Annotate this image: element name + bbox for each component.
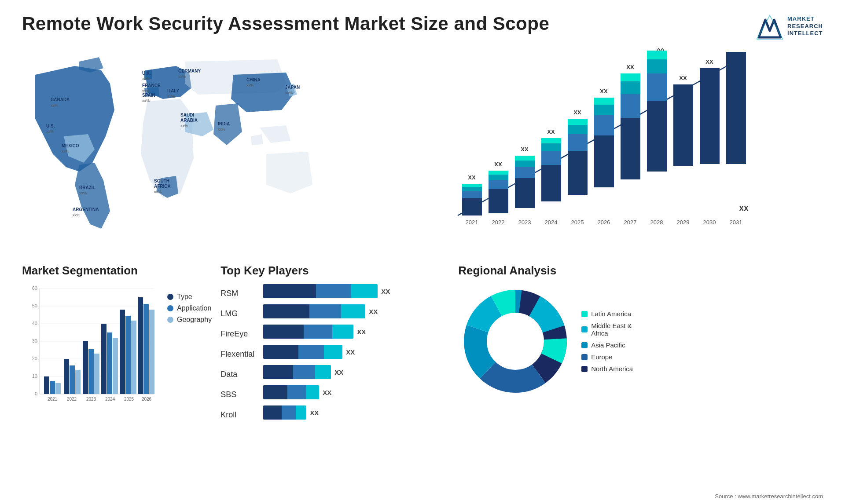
svg-rect-61	[568, 125, 588, 134]
svg-rect-127	[138, 297, 143, 394]
svg-rect-123	[120, 310, 125, 394]
svg-text:XX: XX	[739, 205, 749, 212]
svg-text:2027: 2027	[624, 219, 637, 226]
svg-rect-59	[568, 151, 588, 195]
svg-text:2021: 2021	[48, 397, 58, 402]
reg-middle-east: Middle East &Africa	[581, 322, 633, 337]
svg-text:U.S.: U.S.	[46, 124, 55, 128]
logo: MARKET RESEARCH INTELLECT	[757, 13, 823, 40]
svg-text:2030: 2030	[703, 219, 716, 226]
svg-rect-71	[621, 118, 640, 179]
application-dot	[167, 305, 173, 311]
bar-chart-container: 2021 XX 2022 XX 2023 XX	[365, 48, 823, 251]
svg-text:xx%: xx%	[180, 124, 188, 128]
svg-text:ITALY: ITALY	[167, 88, 180, 93]
svg-rect-72	[621, 94, 640, 118]
svg-rect-53	[541, 165, 561, 201]
top-row: CANADA xx% U.S. xx% MEXICO xx% BRAZIL xx…	[22, 48, 823, 251]
svg-text:XX: XX	[626, 64, 634, 70]
page-title: Remote Work Security Assessment Market S…	[22, 13, 549, 34]
svg-text:U.K.: U.K.	[142, 71, 151, 76]
svg-rect-80	[647, 51, 667, 59]
svg-text:2022: 2022	[492, 219, 505, 226]
svg-rect-112	[70, 365, 75, 394]
flexential-bar-row: XX	[263, 345, 449, 359]
svg-rect-60	[568, 134, 588, 151]
svg-text:2029: 2029	[677, 219, 690, 226]
reg-north-america: North America	[581, 365, 633, 373]
svg-rect-43	[489, 175, 508, 180]
header: Remote Work Security Assessment Market S…	[22, 13, 823, 40]
middle-east-dot	[581, 326, 588, 332]
svg-text:2023: 2023	[518, 219, 531, 226]
svg-text:xx%: xx%	[167, 94, 175, 99]
svg-rect-124	[125, 316, 131, 394]
data-bar-row: XX	[263, 365, 449, 379]
map-container: CANADA xx% U.S. xx% MEXICO xx% BRAZIL xx…	[22, 48, 352, 251]
svg-rect-49	[515, 161, 535, 167]
svg-rect-56	[541, 138, 561, 143]
players-bars: XX XX	[263, 284, 449, 422]
kroll-value: XX	[310, 409, 319, 416]
svg-text:XX: XX	[679, 75, 687, 81]
reg-latin-america: Latin America	[581, 310, 633, 318]
svg-rect-89	[726, 52, 746, 164]
svg-rect-54	[541, 151, 561, 165]
regional-section: Regional Analysis	[458, 264, 823, 435]
sbs-value: XX	[323, 389, 331, 396]
segmentation-section: Market Segmentation 0 10 20 30 40 50 60	[22, 264, 212, 435]
svg-text:xx%: xx%	[62, 149, 69, 153]
svg-text:30: 30	[32, 338, 37, 343]
svg-text:XX: XX	[705, 58, 713, 65]
svg-rect-66	[594, 115, 614, 135]
segmentation-title: Market Segmentation	[22, 264, 212, 278]
source-text: Source : www.marketresearchintellect.com	[715, 493, 823, 500]
player-fireeye: FireEye	[220, 327, 254, 341]
legend-application: Application	[167, 304, 212, 312]
svg-text:FRANCE: FRANCE	[142, 83, 161, 88]
regional-legend: Latin America Middle East &Africa Asia P…	[581, 310, 633, 373]
svg-rect-47	[515, 178, 535, 208]
players-labels: RSM LMG FireEye Flexential Data SBS Krol…	[220, 284, 254, 422]
kroll-bar	[263, 405, 306, 420]
lmg-value: XX	[369, 308, 378, 315]
svg-text:XX: XX	[494, 161, 502, 168]
svg-text:AFRICA: AFRICA	[154, 184, 171, 189]
logo-text: MARKET RESEARCH INTELLECT	[787, 15, 823, 38]
svg-text:SPAIN: SPAIN	[142, 93, 155, 98]
svg-text:2021: 2021	[466, 219, 478, 226]
svg-text:xx%: xx%	[51, 103, 58, 108]
svg-text:xx%: xx%	[178, 74, 186, 79]
regional-title: Regional Analysis	[458, 264, 823, 278]
svg-rect-55	[541, 143, 561, 151]
svg-rect-41	[489, 189, 508, 213]
reg-europe: Europe	[581, 353, 633, 361]
latin-america-dot	[581, 311, 588, 317]
svg-rect-86	[700, 68, 720, 164]
svg-point-136	[488, 314, 543, 369]
svg-rect-36	[462, 191, 482, 198]
svg-rect-50	[515, 156, 535, 161]
svg-text:2025: 2025	[571, 219, 584, 226]
svg-text:2025: 2025	[124, 397, 134, 402]
svg-text:60: 60	[32, 285, 37, 291]
svg-rect-79	[647, 59, 667, 73]
svg-text:XX: XX	[600, 88, 608, 95]
svg-marker-1	[757, 15, 783, 40]
svg-rect-48	[515, 167, 535, 178]
svg-text:xx%: xx%	[142, 77, 150, 81]
svg-text:INDIA: INDIA	[218, 121, 230, 126]
svg-text:2024: 2024	[545, 219, 558, 226]
svg-rect-115	[83, 341, 88, 394]
rsm-bar-row: XX	[263, 284, 449, 298]
svg-rect-68	[594, 98, 614, 105]
kroll-bar-row: XX	[263, 405, 449, 420]
svg-rect-83	[673, 84, 693, 166]
type-dot	[167, 294, 173, 300]
svg-rect-42	[489, 180, 508, 189]
svg-text:2026: 2026	[142, 397, 152, 402]
svg-rect-74	[621, 73, 640, 81]
svg-text:ARABIA: ARABIA	[180, 118, 198, 123]
svg-rect-62	[568, 119, 588, 125]
player-lmg: LMG	[220, 307, 254, 321]
